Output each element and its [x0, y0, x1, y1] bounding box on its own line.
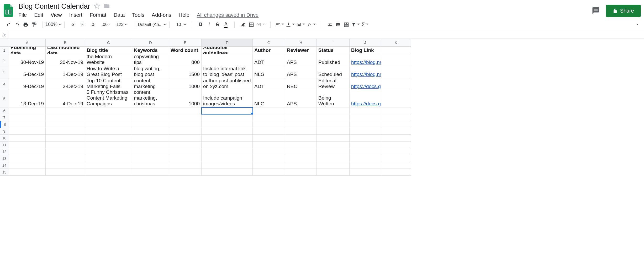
cell-K15[interactable]: [381, 169, 411, 176]
cell-J11[interactable]: [350, 142, 381, 148]
cell-C15[interactable]: [85, 169, 132, 176]
undo-icon[interactable]: [5, 21, 13, 29]
cell-I4[interactable]: Editorial Review: [317, 78, 350, 90]
cell-A4[interactable]: 9-Dec-19: [9, 78, 46, 90]
cell-D9[interactable]: [132, 128, 169, 135]
cell-I15[interactable]: [317, 169, 350, 176]
cell-K11[interactable]: [381, 142, 411, 148]
doc-title[interactable]: Blog Content Calendar: [18, 2, 90, 10]
col-header-C[interactable]: C: [85, 39, 132, 47]
col-header-A[interactable]: A: [9, 39, 46, 47]
menu-format[interactable]: Format: [90, 12, 106, 18]
cell-B9[interactable]: [46, 128, 85, 135]
cell-F5[interactable]: Include campaign images/videos: [202, 90, 253, 107]
increase-decimal-icon[interactable]: .00→: [99, 21, 113, 29]
cell-E12[interactable]: [169, 148, 202, 155]
cell-E3[interactable]: 1500: [169, 66, 202, 78]
functions-icon[interactable]: Σ: [362, 21, 369, 29]
cell-G7[interactable]: [253, 114, 285, 121]
zoom-select[interactable]: 100%: [45, 21, 62, 29]
cell-E14[interactable]: [169, 162, 202, 169]
cell-C2[interactable]: Copywriting Tips for the Modern Website: [85, 54, 132, 66]
cell-D11[interactable]: [132, 142, 169, 148]
col-header-K[interactable]: K: [381, 39, 411, 47]
cell-E10[interactable]: [169, 135, 202, 142]
link-icon[interactable]: [326, 21, 333, 29]
col-header-F[interactable]: F: [202, 39, 253, 47]
cell-B10[interactable]: [46, 135, 85, 142]
cell-H15[interactable]: [285, 169, 317, 176]
chart-icon[interactable]: [343, 21, 350, 29]
cell-I10[interactable]: [317, 135, 350, 142]
cell-A11[interactable]: [9, 142, 46, 148]
cell-J9[interactable]: [350, 128, 381, 135]
cell-D6[interactable]: [132, 107, 169, 114]
cell-F7[interactable]: [202, 114, 253, 121]
cell-K1[interactable]: [381, 47, 411, 54]
cell-H14[interactable]: [285, 162, 317, 169]
cell-F4[interactable]: Include links to author post published o…: [202, 78, 253, 90]
cell-B2[interactable]: 30-Nov-19: [46, 54, 85, 66]
cell-I2[interactable]: Published: [317, 54, 350, 66]
col-header-I[interactable]: I: [317, 39, 350, 47]
cell-A1[interactable]: Publishing date: [9, 47, 46, 54]
cell-H3[interactable]: APS: [285, 66, 317, 78]
redo-icon[interactable]: [14, 21, 21, 29]
cell-F10[interactable]: [202, 135, 253, 142]
cell-I1[interactable]: Status: [317, 47, 350, 54]
fill-color-icon[interactable]: [239, 21, 247, 29]
cell-E6[interactable]: [169, 107, 202, 114]
cell-C5[interactable]: 5 Funny Christmas Content Marketing Camp…: [85, 90, 132, 107]
cell-E9[interactable]: [169, 128, 202, 135]
star-icon[interactable]: [94, 3, 100, 10]
cell-D7[interactable]: [132, 114, 169, 121]
cell-K8[interactable]: [381, 121, 411, 128]
cell-F3[interactable]: Include internal link to 'blog ideas' po…: [202, 66, 253, 78]
cell-J3[interactable]: https://blog.narrato.io/blog-post: [350, 66, 381, 78]
cell-A6[interactable]: [9, 107, 46, 114]
cell-H7[interactable]: [285, 114, 317, 121]
cell-I12[interactable]: [317, 148, 350, 155]
cell-A10[interactable]: [9, 135, 46, 142]
cell-C4[interactable]: Top 10 Content Marketing Fails: [85, 78, 132, 90]
cell-B7[interactable]: [46, 114, 85, 121]
cell-C9[interactable]: [85, 128, 132, 135]
cell-C1[interactable]: Blog title: [85, 47, 132, 54]
cell-I9[interactable]: [317, 128, 350, 135]
cell-F2[interactable]: [202, 54, 253, 66]
cell-K6[interactable]: [381, 107, 411, 114]
cell-B5[interactable]: 4-Dec-19: [46, 90, 85, 107]
cell-E1[interactable]: Word count: [169, 47, 202, 54]
cell-C7[interactable]: [85, 114, 132, 121]
cell-G4[interactable]: ADT: [253, 78, 285, 90]
bold-icon[interactable]: B: [197, 21, 204, 29]
cell-B13[interactable]: [46, 155, 85, 162]
cell-B6[interactable]: [46, 107, 85, 114]
cell-H2[interactable]: APS: [285, 54, 317, 66]
cell-I7[interactable]: [317, 114, 350, 121]
cell-G8[interactable]: [253, 121, 285, 128]
cell-G14[interactable]: [253, 162, 285, 169]
cell-A8[interactable]: [9, 121, 46, 128]
share-button[interactable]: Share: [606, 5, 641, 17]
cell-G5[interactable]: NLG: [253, 90, 285, 107]
cell-H11[interactable]: [285, 142, 317, 148]
cell-E2[interactable]: 800: [169, 54, 202, 66]
cell-F14[interactable]: [202, 162, 253, 169]
cell-B11[interactable]: [46, 142, 85, 148]
cell-C3[interactable]: How to Write a Great Blog Post: [85, 66, 132, 78]
cell-F6[interactable]: [202, 107, 253, 114]
wrap-icon[interactable]: [296, 21, 306, 29]
cell-A5[interactable]: 13-Dec-19: [9, 90, 46, 107]
cell-K10[interactable]: [381, 135, 411, 142]
cell-E4[interactable]: 1000: [169, 78, 202, 90]
cell-B3[interactable]: 1-Dec-19: [46, 66, 85, 78]
cell-G2[interactable]: ADT: [253, 54, 285, 66]
cell-C11[interactable]: [85, 142, 132, 148]
row-header-15[interactable]: 15: [0, 169, 9, 176]
menu-file[interactable]: File: [18, 12, 27, 18]
menu-addons[interactable]: Add-ons: [152, 12, 171, 18]
cell-F8[interactable]: [202, 121, 253, 128]
row-header-9[interactable]: 9: [0, 128, 9, 135]
h-align-icon[interactable]: [275, 21, 285, 29]
